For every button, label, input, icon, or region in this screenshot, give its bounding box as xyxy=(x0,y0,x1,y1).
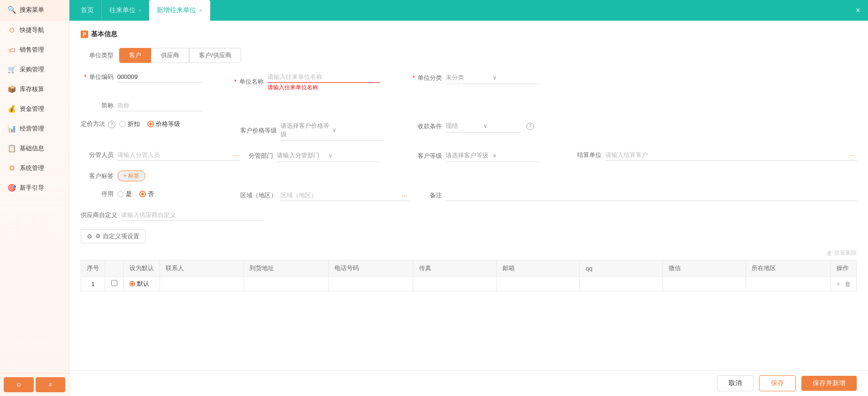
sidebar-item-sales[interactable]: 🏷 销售管理 xyxy=(0,40,69,60)
unit-type-supplier[interactable]: 供应商 xyxy=(151,48,189,63)
region-input-table[interactable] xyxy=(752,280,825,287)
radio-discount-circle xyxy=(119,121,126,127)
payment-help-icon[interactable]: ? xyxy=(526,123,534,130)
disabled-yes[interactable]: 是 xyxy=(117,190,132,198)
address-input[interactable] xyxy=(250,280,323,287)
search-icon: 🔍 xyxy=(8,6,16,14)
fax-input[interactable] xyxy=(419,280,491,287)
row-checkbox-input[interactable] xyxy=(111,280,117,286)
table-header-row: 序号 设为默认 联系人 到货地址 电话号码 传真 邮箱 qq 微信 所在地区 操… xyxy=(81,260,857,277)
table-row: 1 默认 xyxy=(81,277,857,291)
batch-delete-label[interactable]: 批量删除 xyxy=(834,249,857,257)
row-default[interactable]: 默认 xyxy=(124,277,160,291)
row-email[interactable] xyxy=(496,277,580,291)
short-name-row: 简称 xyxy=(81,100,857,111)
pricing-price-level[interactable]: 价格等级 xyxy=(147,120,180,128)
delete-row-btn[interactable]: 🗑 xyxy=(845,280,851,287)
row-address[interactable] xyxy=(244,277,329,291)
col-wechat: 微信 xyxy=(662,260,746,277)
guide-icon: 🎯 xyxy=(8,184,16,192)
unit-name-label: * 单位名称 xyxy=(231,78,264,86)
sidebar-item-quicknav[interactable]: ⊙ 快捷导航 xyxy=(0,20,69,40)
tab-partners-close[interactable]: × xyxy=(138,8,141,13)
sidebar-item-inventory[interactable]: 📦 库存核算 xyxy=(0,79,69,99)
payment-terms-select[interactable]: 现结 ∨ xyxy=(446,120,521,132)
sidebar-btn-right[interactable]: ≡ xyxy=(36,377,66,392)
manager-field: 分管人员 ··· xyxy=(81,149,240,161)
customer-price-level-select[interactable]: 请选择客户价格等级 ∨ xyxy=(281,120,384,141)
sidebar-item-operations[interactable]: 📊 经营管理 xyxy=(0,119,69,139)
unit-name-input[interactable] xyxy=(267,71,380,83)
sidebar-label: 经营管理 xyxy=(20,124,44,133)
sidebar-item-search[interactable]: 🔍 搜索菜单 xyxy=(0,0,69,20)
unit-type-both[interactable]: 客户/供应商 xyxy=(189,48,241,63)
manager-input[interactable] xyxy=(117,149,231,160)
row-region[interactable] xyxy=(746,277,831,291)
customer-level-select[interactable]: 请选择客户等级 ∨ xyxy=(446,149,540,162)
save-button[interactable]: 保存 xyxy=(759,375,796,391)
settlement-unit-more-btn[interactable]: ··· xyxy=(847,151,857,159)
col-email: 邮箱 xyxy=(496,260,580,277)
purchase-icon: 🛒 xyxy=(8,65,16,74)
save-add-button[interactable]: 保存并新增 xyxy=(801,376,857,391)
phone-input[interactable] xyxy=(335,280,408,287)
row-fax[interactable] xyxy=(413,277,497,291)
row-checkbox[interactable] xyxy=(105,277,124,291)
row-phone[interactable] xyxy=(328,277,413,291)
col-default: 设为默认 xyxy=(124,260,160,277)
settlement-unit-label: 结算单位 xyxy=(569,151,602,159)
unit-type-customer[interactable]: 客户 xyxy=(119,48,151,63)
contact-input[interactable] xyxy=(166,280,238,287)
region-input[interactable] xyxy=(281,190,400,201)
sidebar-btn-left[interactable]: ⊙ xyxy=(4,377,34,392)
cancel-button[interactable]: 取消 xyxy=(717,375,754,391)
tab-partners[interactable]: 往来单位 × xyxy=(102,0,149,21)
short-name-input[interactable] xyxy=(117,100,202,111)
region-label: 区域（地区） xyxy=(240,191,277,200)
remarks-input[interactable] xyxy=(446,190,857,201)
department-select[interactable]: 请输入分管部门 ∨ xyxy=(277,149,380,162)
sidebar-item-purchase[interactable]: 🛒 采购管理 xyxy=(0,60,69,79)
add-row-btn[interactable]: + xyxy=(837,280,840,287)
add-tag-button[interactable]: + 标签 xyxy=(117,171,145,181)
qq-input[interactable] xyxy=(586,280,656,287)
sidebar-item-basic-info[interactable]: 📋 基础信息 xyxy=(0,139,69,158)
custom-settings-button[interactable]: ⚙ ⚙ 自定义项设置 xyxy=(81,229,145,243)
row-contact[interactable] xyxy=(160,277,244,291)
row-wechat[interactable] xyxy=(662,277,746,291)
disabled-no[interactable]: 否 xyxy=(139,190,154,198)
pricing-method-field: 定价方法 ? 折扣 价格等级 xyxy=(81,120,240,128)
unit-category-label: * 单位分类 xyxy=(409,74,442,82)
settlement-unit-field: 结算单位 ··· xyxy=(569,149,857,161)
tab-new-partner-close[interactable]: × xyxy=(199,8,202,13)
col-address: 到货地址 xyxy=(244,260,329,277)
manager-more-btn[interactable]: ··· xyxy=(231,151,240,159)
payment-terms-label: 收款条件 xyxy=(409,122,442,131)
email-input[interactable] xyxy=(503,280,574,287)
sidebar-item-system[interactable]: ⚙ 系统管理 xyxy=(0,158,69,178)
sidebar-item-finance[interactable]: 💰 资金管理 xyxy=(0,99,69,119)
sidebar-item-guide[interactable]: 🎯 新手引导 xyxy=(0,178,69,198)
pricing-discount-label: 折扣 xyxy=(128,120,140,128)
batch-delete-area: 🗑 批量删除 xyxy=(81,249,857,257)
unit-code-input[interactable] xyxy=(117,71,202,83)
pricing-method-label: 定价方法 ? xyxy=(81,120,115,128)
tab-new-partner[interactable]: 新增往来单位 × xyxy=(149,0,210,21)
close-all-tabs[interactable]: × xyxy=(852,6,864,16)
manager-label: 分管人员 xyxy=(81,151,114,159)
row-qq[interactable] xyxy=(580,277,662,291)
manager-input-wrap: ··· xyxy=(117,149,240,161)
pricing-discount[interactable]: 折扣 xyxy=(119,120,140,128)
help-icon[interactable]: ? xyxy=(108,121,115,128)
tab-home[interactable]: 首页 xyxy=(73,0,102,21)
row-num: 1 xyxy=(81,277,105,291)
supplier-custom-row: 供应商自定义 xyxy=(81,210,857,221)
row-default-label: 默认 xyxy=(137,280,149,288)
section-basic-info: P 基本信息 xyxy=(81,30,857,39)
region-more-btn[interactable]: ··· xyxy=(400,192,409,199)
unit-category-select[interactable]: 未分类 ∨ xyxy=(446,71,540,84)
settlement-unit-input[interactable] xyxy=(605,149,847,160)
wechat-input[interactable] xyxy=(669,280,740,287)
sales-icon: 🏷 xyxy=(8,46,16,54)
supplier-custom-input[interactable] xyxy=(121,210,262,221)
